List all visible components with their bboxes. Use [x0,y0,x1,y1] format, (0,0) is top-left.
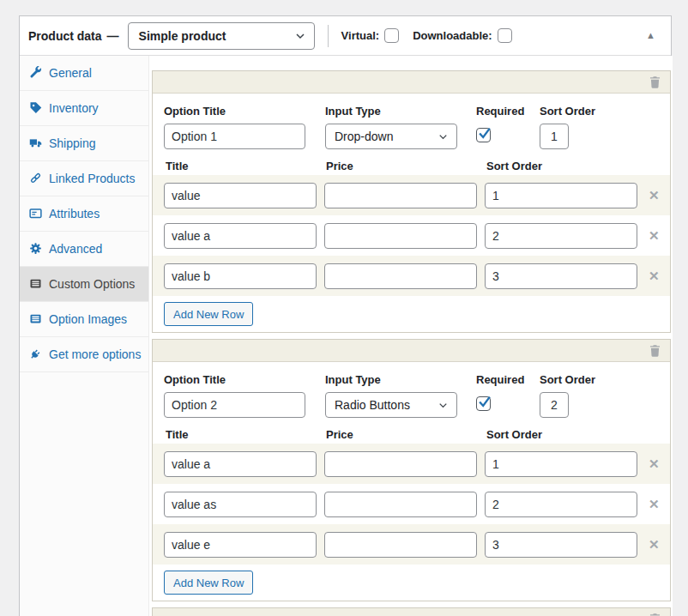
trash-icon[interactable] [648,343,662,358]
option-title-label: Option Title [164,373,325,386]
add-new-row-button[interactable]: Add New Row [164,571,253,595]
col-title-label: Title [164,160,324,172]
input-type-value: Drop-down [335,130,393,143]
col-sort-order-label: Sort Order [485,428,660,441]
tab-label: Shipping [49,136,96,150]
downloadable-checkbox[interactable] [498,28,512,43]
col-price-label: Price [324,428,485,441]
option-block-header [153,71,670,94]
truck-icon [29,136,42,149]
chevron-down-icon [437,130,450,143]
required-label: Required [476,105,540,118]
row-title-input[interactable] [164,263,317,289]
card-icon [29,207,42,220]
tab-label: Advanced [49,242,102,256]
tab-get-more-options[interactable]: Get more options [20,337,148,372]
value-row: ✕ [153,215,670,256]
option-block-header [153,608,670,616]
col-price-label: Price [324,160,485,172]
tab-label: General [49,66,92,80]
plug-icon [29,347,42,360]
row-sort-order-input[interactable] [485,451,637,477]
value-row: ✕ [153,524,670,565]
input-type-label: Input Type [325,373,476,386]
row-price-input[interactable] [324,492,477,517]
remove-row-icon[interactable]: ✕ [649,229,660,242]
title-dash: — [107,29,119,43]
value-row: ✕ [153,484,670,524]
input-type-label: Input Type [325,105,476,118]
product-type-value: Simple product [139,29,226,43]
remove-row-icon[interactable]: ✕ [649,538,660,551]
tab-advanced[interactable]: Advanced [20,232,148,267]
chevron-down-icon [293,29,307,43]
row-title-input[interactable] [164,492,317,517]
tab-attributes[interactable]: Attributes [20,196,148,232]
tab-option-images[interactable]: Option Images [20,302,148,337]
trash-icon[interactable] [648,612,662,616]
gear-icon [29,242,42,255]
tab-inventory[interactable]: Inventory [20,91,148,126]
sort-order-input[interactable] [540,392,569,418]
remove-row-icon[interactable]: ✕ [649,269,660,282]
tab-linked-products[interactable]: Linked Products [20,161,148,196]
chevron-down-icon [437,399,450,412]
row-title-input[interactable] [164,451,317,477]
value-row: ✕ [153,444,670,484]
list-icon [29,277,42,290]
row-sort-order-input[interactable] [485,492,637,517]
row-price-input[interactable] [324,183,477,208]
row-price-input[interactable] [324,451,477,477]
row-sort-order-input[interactable] [485,183,637,208]
remove-row-icon[interactable]: ✕ [649,457,660,470]
tab-general[interactable]: General [20,56,148,91]
option-title-input[interactable] [164,124,305,149]
link-icon [29,172,42,184]
row-price-input[interactable] [324,532,477,558]
tab-label: Option Images [49,312,127,326]
input-type-select[interactable]: Radio Buttons [325,392,457,418]
header-divider [328,25,329,47]
collapse-toggle-icon[interactable]: ▲ [641,27,661,44]
product-type-select[interactable]: Simple product [128,22,315,50]
tab-shipping[interactable]: Shipping [20,126,148,161]
product-data-tabs: General Inventory Shipping Linked Produc… [20,56,149,616]
sort-order-input[interactable] [540,124,569,149]
row-title-input[interactable] [164,532,317,558]
page-title: Product data [28,29,102,43]
required-label: Required [476,373,540,386]
row-title-input[interactable] [164,183,317,208]
option-block-1: Option Title Input Type Required Sort Or… [152,70,671,333]
add-new-row-button[interactable]: Add New Row [164,302,253,326]
downloadable-label: Downloadable: [413,29,492,42]
virtual-label: Virtual: [341,29,380,42]
row-sort-order-input[interactable] [485,223,637,249]
row-sort-order-input[interactable] [485,532,637,558]
tab-label: Custom Options [49,277,135,291]
trash-icon[interactable] [648,75,662,89]
option-title-input[interactable] [164,392,305,418]
virtual-checkbox[interactable] [384,28,399,43]
tab-custom-options[interactable]: Custom Options [20,267,148,302]
wrench-icon [29,66,42,79]
list-icon [29,312,42,325]
tab-label: Inventory [49,101,99,115]
remove-row-icon[interactable]: ✕ [649,498,660,510]
row-title-input[interactable] [164,223,317,249]
required-checkbox[interactable] [476,128,491,142]
input-type-value: Radio Buttons [335,398,410,412]
row-price-input[interactable] [324,223,477,249]
required-checkbox[interactable] [476,396,491,411]
value-row: ✕ [153,256,670,296]
value-row: ✕ [153,175,670,215]
tag-icon [29,101,42,114]
row-price-input[interactable] [324,263,477,289]
remove-row-icon[interactable]: ✕ [649,189,660,202]
row-sort-order-input[interactable] [485,263,637,289]
metabox-header: Product data — Simple product Virtual: D… [20,16,671,56]
input-type-select[interactable]: Drop-down [325,124,457,149]
sort-order-label: Sort Order [540,373,660,386]
sort-order-label: Sort Order [540,105,660,118]
col-sort-order-label: Sort Order [485,160,660,172]
col-title-label: Title [164,428,324,441]
